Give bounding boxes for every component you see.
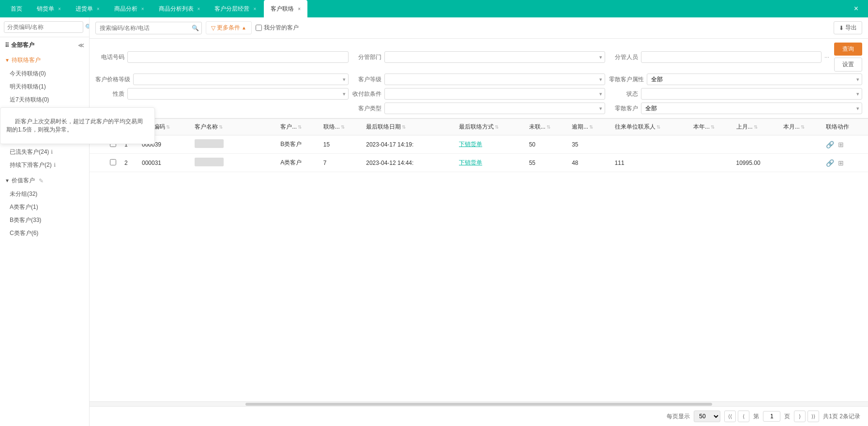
td-not-contact-1: 50 <box>525 135 568 154</box>
td-action-2: 🔗 ⊞ <box>822 154 868 172</box>
value-customer-group[interactable]: ▼ 价值客户 ✎ <box>0 174 89 188</box>
close-icon-analysis[interactable]: × <box>141 6 144 12</box>
per-page-select[interactable]: 50 100 200 <box>694 411 720 422</box>
filter-icon: ▽ <box>211 25 215 31</box>
my-customer-checkbox[interactable] <box>256 25 262 31</box>
nav-item-analysis[interactable]: 商品分析 × <box>107 0 151 17</box>
sidebar-item-declining[interactable]: 持续下滑客户(2) ℹ <box>0 159 89 172</box>
first-page-btn[interactable]: ⟨⟨ <box>724 411 736 422</box>
th-overdue[interactable]: 逾期...⇅ <box>568 119 611 135</box>
nav-item-sales[interactable]: 销货单 × <box>30 0 68 17</box>
nav-item-customer-layer[interactable]: 客户分层经营 × <box>208 0 263 17</box>
export-button[interactable]: ⬇ 导出 <box>834 21 862 34</box>
filter-phone-input[interactable] <box>127 51 349 63</box>
td-check-2[interactable] <box>105 154 121 172</box>
close-all-button[interactable]: × <box>848 4 864 13</box>
th-last-contact-date[interactable]: 最后联络日期⇅ <box>362 119 455 135</box>
sort-icon-type: ⇅ <box>298 124 302 130</box>
filter-cust-type-select[interactable] <box>384 103 606 114</box>
filter-status-select[interactable] <box>641 88 862 100</box>
sidebar-search-icon[interactable]: 🔍 <box>85 24 90 30</box>
th-type[interactable]: 客户...⇅ <box>276 119 320 135</box>
nav-item-purchase[interactable]: 进货单 × <box>69 0 107 17</box>
sidebar-item-c-class[interactable]: C类客户(6) <box>0 227 89 240</box>
filter-mgr-input[interactable] <box>641 51 822 63</box>
retail-attr-select-wrap: 全部 <box>647 73 862 85</box>
sidebar-item-today[interactable]: 今天待联络(0) <box>0 67 89 80</box>
query-button[interactable]: 查询 <box>834 43 862 56</box>
scrollbar-area[interactable] <box>90 401 868 406</box>
prev-page-btn[interactable]: ⟨ <box>738 411 749 422</box>
next-page-btn[interactable]: ⟩ <box>794 411 806 422</box>
grid-icon-2[interactable]: ⊞ <box>838 159 844 167</box>
nav-item-customer-contact[interactable]: 客户联络 × <box>264 0 307 17</box>
filter-payment: 收付款条件 <box>352 88 606 100</box>
grid-icon-1[interactable]: ⊞ <box>838 141 844 148</box>
search-input[interactable] <box>95 22 202 34</box>
th-not-contact[interactable]: 未联...⇅ <box>525 119 568 135</box>
total-info: 共1页 2条记录 <box>823 412 860 421</box>
td-method-2[interactable]: 下销货单 <box>455 154 525 172</box>
filter-retail-attr-select[interactable]: 全部 <box>647 73 862 85</box>
th-this-month[interactable]: 本月...⇅ <box>779 119 822 135</box>
close-icon-sales[interactable]: × <box>58 6 61 12</box>
filter-dept-label: 分管部门 <box>352 53 381 61</box>
sidebar-search-input[interactable] <box>4 21 83 33</box>
nav-label-home: 首页 <box>11 5 22 13</box>
close-icon-purchase[interactable]: × <box>97 6 100 12</box>
close-icon-customer-contact[interactable]: × <box>298 6 301 12</box>
filter-nature-select[interactable] <box>127 88 349 100</box>
filter-cust-level-select[interactable] <box>384 73 606 85</box>
link-icon-1[interactable]: 🔗 <box>826 141 834 148</box>
close-icon-analysis-list[interactable]: × <box>198 6 200 12</box>
filter-retail-cust-select[interactable]: 全部 <box>641 103 862 114</box>
filter-payment-select[interactable] <box>384 88 606 100</box>
nav-item-analysis-list[interactable]: 商品分析列表 × <box>152 0 207 17</box>
td-date-1: 2023-04-17 14:19: <box>362 135 455 154</box>
filter-price-select[interactable] <box>133 73 349 85</box>
nav-item-home[interactable]: 首页 <box>4 0 29 17</box>
row2-checkbox[interactable] <box>110 159 116 165</box>
sidebar-item-a-class[interactable]: A类客户(1) <box>0 201 89 214</box>
th-unit-contact[interactable]: 往来单位联系人⇅ <box>611 119 689 135</box>
sidebar-item-lost[interactable]: 已流失客户(24) ℹ <box>0 146 89 159</box>
filter-dept-select[interactable] <box>384 51 606 63</box>
sidebar-item-ungroup[interactable]: 未分组(32) <box>0 188 89 201</box>
page-input[interactable] <box>763 411 780 422</box>
collapse-icon[interactable]: ≪ <box>78 42 84 49</box>
close-icon-customer-layer[interactable]: × <box>253 6 256 12</box>
td-method-1[interactable]: 下销货单 <box>455 135 525 154</box>
link-icon-2[interactable]: 🔗 <box>826 159 834 167</box>
th-contact[interactable]: 联络...⇅ <box>320 119 363 135</box>
value-customer-label: 价值客户 <box>12 176 35 185</box>
nav-label-sales: 销货单 <box>37 5 54 13</box>
sidebar-all-customers[interactable]: ⠿ 全部客户 ≪ <box>0 37 89 53</box>
edit-icon[interactable]: ✎ <box>39 177 44 184</box>
td-index-2: 2 <box>121 154 138 172</box>
th-action: 联络动作 <box>822 119 868 135</box>
sidebar-item-tomorrow[interactable]: 明天待联络(1) <box>0 80 89 93</box>
settings-button[interactable]: 设置 <box>834 58 862 72</box>
my-customer-check-wrap[interactable]: 我分管的客户 <box>256 24 299 32</box>
info-icon-3[interactable]: ℹ <box>51 149 53 155</box>
filter-more-btn[interactable]: ▽ 更多条件 ▲ <box>206 21 252 34</box>
th-name[interactable]: 客户名称⇅ <box>191 119 276 135</box>
filter-retail-label: 零散客户 <box>609 104 638 113</box>
filter-cust-type-label: 客户类型 <box>352 104 381 113</box>
info-icon-4[interactable]: ℹ <box>54 162 56 168</box>
arrow-down-icon: ▼ <box>5 58 10 63</box>
sidebar-item-b-class[interactable]: B类客户(33) <box>0 214 89 227</box>
td-type-2: A类客户 <box>276 154 320 172</box>
td-this-year-1 <box>689 135 732 154</box>
sort-icon-name: ⇅ <box>219 124 223 130</box>
filter-area-row3: 性质 收付款条件 状态 <box>90 88 868 103</box>
sidebar-item-7days[interactable]: 近7天待联络(0) <box>0 93 89 106</box>
th-last-month[interactable]: 上月...⇅ <box>732 119 779 135</box>
last-page-btn[interactable]: ⟩⟩ <box>807 411 819 422</box>
dots-icon[interactable]: ··· <box>824 54 829 60</box>
th-this-year[interactable]: 本年...⇅ <box>689 119 732 135</box>
td-last-month-1 <box>732 135 779 154</box>
pending-contact-group[interactable]: ▼ 待联络客户 <box>0 53 89 67</box>
th-last-contact-method[interactable]: 最后联络方式⇅ <box>455 119 525 135</box>
search-icon[interactable]: 🔍 <box>192 25 199 31</box>
